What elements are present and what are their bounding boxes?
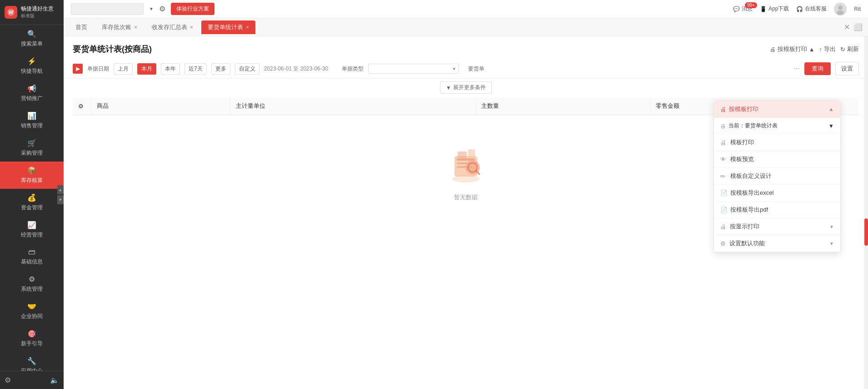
refresh-button[interactable]: ↻ 刷新	[840, 45, 859, 53]
sidebar-item-search[interactable]: 🔍 搜索菜单	[0, 25, 64, 52]
type-select[interactable]	[368, 64, 459, 74]
close-window-btn[interactable]: ✕	[844, 23, 850, 31]
sidebar-item-finance[interactable]: 💰 资金管理	[0, 189, 64, 216]
print-template-button[interactable]: 🖨 按模板打印 ▲	[770, 45, 815, 53]
col-quantity: 主数量	[475, 97, 650, 115]
sidebar-item-purchase[interactable]: 🛒 采购管理	[0, 134, 64, 162]
svg-text:W: W	[9, 10, 14, 15]
dropdown-collapse-icon[interactable]: ▲	[828, 106, 834, 112]
display-print-expand-icon: ▼	[829, 224, 834, 229]
settings-icon[interactable]: ⚙	[5, 376, 11, 384]
scrollbar-thumb[interactable]	[864, 218, 868, 246]
top-header: ▼ ⚙ 体验行业方案 💬 消息 99+ 📱 App下载 🎧 在线客服 Rit	[64, 0, 868, 18]
template-preview-icon: 👁	[720, 156, 726, 163]
experience-button[interactable]: 体验行业方案	[171, 3, 215, 15]
current-template-row: 🖨 当前：要货单统计表 ▼	[714, 118, 840, 134]
sidebar-item-enterprise[interactable]: 🤝 企业协同	[0, 298, 64, 325]
sidebar: W 畅捷通好生意 标准版 🔍 搜索菜单 ⚡ 快捷导航 📢 营销推广 📊 销售管理…	[0, 0, 64, 389]
sidebar-nav: 🔍 搜索菜单 ⚡ 快捷导航 📢 营销推广 📊 销售管理 🛒 采购管理 📦 库存核…	[0, 25, 64, 371]
dropdown-item-template-design[interactable]: ✏ 模板自定义设计	[714, 168, 840, 185]
username: Rit	[854, 6, 861, 12]
finance-icon: 💰	[27, 193, 36, 202]
sidebar-item-sales[interactable]: 📊 销售管理	[0, 107, 64, 134]
filter-bar: ▶ 单据日期 上月 本月 本年 近7天 更多 自定义 2023-06-01 至 …	[64, 59, 868, 79]
empty-text: 暂无数据	[454, 193, 478, 202]
print-dropdown-icon: 🖨	[720, 106, 726, 113]
filter-expand-icon[interactable]: ▶	[73, 64, 83, 74]
sidebar-item-system[interactable]: ⚙ 系统管理	[0, 270, 64, 298]
tab-receipt-summary[interactable]: 收发存汇总表 ×	[145, 20, 200, 34]
header-search-bar	[71, 3, 144, 15]
header-right: 💬 消息 99+ 📱 App下载 🎧 在线客服 Rit	[733, 3, 861, 15]
gear-icon[interactable]: ⚙	[159, 5, 165, 13]
sidebar-scroll-up[interactable]: ▲	[57, 185, 64, 194]
enterprise-icon: 🤝	[27, 302, 36, 311]
search-icon: 🔍	[27, 30, 36, 38]
sidebar-item-marketing[interactable]: 📢 营销推广	[0, 80, 64, 107]
date-btn-7days[interactable]: 近7天	[185, 63, 207, 75]
sidebar-item-basic-info[interactable]: 🗃 基础信息	[0, 243, 64, 270]
app-center-icon: 🔧	[27, 357, 36, 365]
tab-home[interactable]: 首页	[69, 20, 94, 34]
tab-close-inventory-batch[interactable]: ×	[134, 24, 137, 30]
tab-bar: 首页 库存批次账 × 收发存汇总表 × 要货单统计表 × ✕ ⬜	[64, 18, 868, 36]
maximize-window-btn[interactable]: ⬜	[853, 23, 863, 31]
print-dropdown: 🖨 按模板打印 ▲ 🖨 当前：要货单统计表 ▼ 🖨 模板打印 👁 模板预览 ✏	[713, 100, 841, 253]
dropdown-item-display-print[interactable]: 🖨 按显示打印 ▼	[714, 218, 840, 235]
default-func-expand-icon: ▼	[829, 241, 834, 246]
app-download-item[interactable]: 📱 App下载	[760, 5, 789, 13]
message-badge: 99+	[745, 2, 757, 8]
refresh-icon: ↻	[840, 46, 845, 53]
page-header: 要货单统计表(按商品) 🖨 按模板打印 ▲ ↑ 导出 ↻ 刷新	[64, 36, 868, 59]
dropdown-item-template-excel[interactable]: 📄 按模板导出excel	[714, 185, 840, 202]
settings-col-icon[interactable]: ⚙	[78, 103, 84, 110]
current-template-icon: 🖨	[720, 123, 726, 129]
logo-text: 畅捷通好生意 标准版	[21, 5, 54, 19]
col-unit: 主计量单位	[230, 97, 475, 115]
type-label: 单据类型	[342, 65, 364, 73]
user-avatar[interactable]	[834, 3, 847, 15]
query-button[interactable]: 查询	[804, 62, 831, 75]
date-btn-more[interactable]: 更多	[211, 63, 230, 75]
date-btn-last-month[interactable]: 上月	[114, 63, 133, 75]
tab-close-order-summary[interactable]: ×	[246, 24, 249, 30]
yaohuodan-label: 要货单	[468, 65, 484, 73]
dropdown-item-default-func[interactable]: ⚙ 设置默认功能 ▼	[714, 235, 840, 252]
chevron-down-icon: ▼	[828, 123, 834, 129]
content-area: 要货单统计表(按商品) 🖨 按模板打印 ▲ ↑ 导出 ↻ 刷新	[64, 36, 868, 389]
newbie-icon: 🎯	[27, 329, 36, 338]
message-item[interactable]: 💬 消息 99+	[733, 5, 753, 13]
header-dropdown[interactable]: ▼	[149, 6, 154, 11]
online-service-item[interactable]: 🎧 在线客服	[796, 5, 827, 13]
template-pdf-icon: 📄	[720, 207, 728, 213]
header-left: ▼ ⚙ 体验行业方案	[71, 3, 215, 15]
expand-conditions-button[interactable]: ▼ 展开更多条件	[440, 81, 492, 94]
dropdown-item-template-print[interactable]: 🖨 模板打印	[714, 134, 840, 151]
tab-close-receipt-summary[interactable]: ×	[190, 24, 193, 30]
more-options-icon[interactable]: ···	[794, 65, 800, 73]
sales-icon: 📊	[27, 111, 36, 120]
sidebar-item-newbie[interactable]: 🎯 新手引导	[0, 325, 64, 352]
quick-nav-icon: ⚡	[27, 57, 36, 66]
col-settings[interactable]: ⚙	[73, 97, 91, 115]
svg-point-4	[837, 10, 844, 15]
tab-inventory-batch[interactable]: 库存批次账 ×	[95, 20, 144, 34]
message-icon: 💬	[733, 6, 740, 12]
export-button[interactable]: ↑ 导出	[819, 45, 836, 53]
sidebar-item-quick-nav[interactable]: ⚡ 快捷导航	[0, 52, 64, 80]
speaker-icon[interactable]: 🔈	[50, 376, 59, 384]
date-btn-custom[interactable]: 自定义	[235, 63, 259, 75]
settings-button[interactable]: 设置	[835, 62, 859, 76]
date-btn-this-year[interactable]: 本年	[161, 63, 180, 75]
sidebar-item-operation[interactable]: 📈 经营管理	[0, 216, 64, 243]
tab-order-summary[interactable]: 要货单统计表 ×	[201, 20, 255, 34]
svg-rect-14	[468, 149, 475, 157]
dropdown-item-template-pdf[interactable]: 📄 按模板导出pdf	[714, 202, 840, 218]
sidebar-item-inventory[interactable]: 📦 库存核算	[0, 162, 64, 189]
dropdown-item-template-preview[interactable]: 👁 模板预览	[714, 151, 840, 168]
sidebar-scroll-down[interactable]: ▼	[57, 195, 64, 204]
print-dropdown-title: 🖨 按模板打印	[720, 105, 758, 113]
sidebar-item-app-center[interactable]: 🔧 应用中心	[0, 352, 64, 371]
col-product: 商品	[91, 97, 230, 115]
date-btn-this-month[interactable]: 本月	[137, 63, 156, 75]
